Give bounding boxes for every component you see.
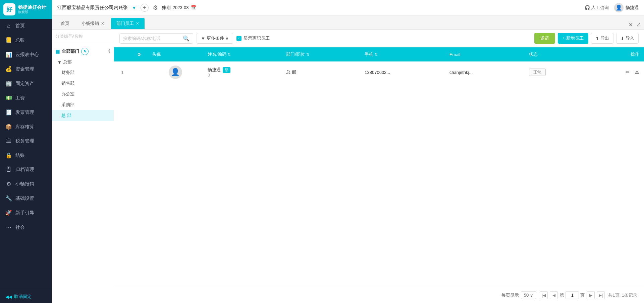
col-dept[interactable]: 部门/职位 ⇅ [281, 47, 360, 61]
edit-icon[interactable]: ✏ [626, 69, 630, 75]
unpin-label: 取消固定 [14, 294, 32, 300]
tab-expense-close-icon[interactable]: ✕ [101, 21, 104, 26]
page-last-button[interactable]: ▶| [597, 291, 605, 299]
dept-search-input[interactable] [55, 34, 112, 39]
search-icon[interactable]: 🔍 [183, 35, 190, 42]
ledger-icon: 📒 [5, 37, 12, 43]
col-settings[interactable]: ⚙ [131, 47, 148, 61]
page-number-input[interactable] [566, 291, 579, 299]
avatar: 👤 [169, 66, 182, 79]
col-action: 操作 [588, 47, 644, 61]
sidebar-item-invoice[interactable]: 🧾 发票管理 [0, 105, 52, 120]
collapse-dept-icon[interactable]: 《 [106, 48, 110, 54]
tab-employees-close-icon[interactable]: ✕ [136, 21, 139, 26]
page-size-chevron: ∨ [530, 293, 533, 298]
employee-name: 畅捷通 [208, 67, 221, 73]
sidebar-item-label: 基础设置 [15, 196, 34, 202]
sidebar-item-label: 发票管理 [15, 110, 34, 116]
dept-badge: 部 [223, 67, 230, 73]
more-filters-button[interactable]: ▼ 更多条件 ∨ [197, 33, 233, 44]
show-resigned-toggle[interactable]: ✓ 显示离职员工 [236, 35, 270, 41]
employee-panel: 🔍 ▼ 更多条件 ∨ ✓ 显示离职员工 邀请 + 新增员工 ⬆ 导出 [114, 30, 644, 303]
col-name[interactable]: 姓名/编码 ⇅ [203, 47, 281, 61]
invite-button[interactable]: 邀请 [534, 33, 555, 44]
cell-email: chanjethkj... [445, 61, 524, 83]
total-info: 共1页, 1条记录 [608, 292, 637, 298]
col-dept-label: 部门/职位 [286, 52, 305, 57]
sidebar-item-label: 工资 [15, 95, 25, 101]
expense-icon: ⚙ [5, 181, 12, 187]
sidebar-item-salary[interactable]: 💵 工资 [0, 91, 52, 105]
expand-icon: ▼ [57, 60, 62, 65]
cell-dept: 总 部 [281, 61, 360, 83]
tab-home-label: 首页 [61, 20, 69, 27]
pagination-bar: 每页显示 50 ∨ |◀ ◀ 第 页 ▶ ▶| [114, 287, 644, 303]
sidebar-item-inventory[interactable]: 📦 库存核算 [0, 120, 52, 134]
toolbar-right: 邀请 + 新增员工 ⬆ 导出 ⬇ 导入 [534, 33, 639, 44]
cell-avatar: 👤 [148, 61, 203, 83]
sidebar-item-archive[interactable]: 🗄 归档管理 [0, 163, 52, 177]
dept-panel: 🔍 ▦ 全部部门 ✎ 《 ▼ 总部 财务部 销售部 办公室 采购 [52, 30, 114, 303]
sidebar-item-ledger[interactable]: 📒 总账 [0, 33, 52, 47]
close-tab-button[interactable]: ✕ [629, 21, 633, 28]
sidebar-item-label: 结账 [15, 153, 25, 159]
page-size-value: 50 [524, 293, 529, 298]
sidebar-item-fixed-assets[interactable]: 🏢 固定资产 [0, 76, 52, 91]
unpin-sidebar[interactable]: ◀◀ 取消固定 [0, 290, 52, 303]
page-size-selector: 每页显示 50 ∨ [501, 291, 536, 299]
logo-sub: 旗舰版 [18, 10, 46, 14]
sidebar-item-reports[interactable]: 📊 云报表中心 [0, 47, 52, 62]
add-employee-button[interactable]: + 新增员工 [558, 33, 588, 44]
dept-item-sales[interactable]: 销售部 [52, 78, 114, 89]
tab-employees[interactable]: 部门员工 ✕ [111, 18, 145, 29]
settings-icon: 🔧 [5, 195, 12, 202]
dept-item-purchase[interactable]: 采购部 [52, 99, 114, 110]
expand-tab-button[interactable]: ⤢ [636, 21, 641, 28]
edit-dept-button[interactable]: ✎ [81, 48, 89, 55]
sidebar-item-more[interactable]: ⋯ 社会 [0, 220, 52, 234]
page-next-button[interactable]: ▶ [587, 291, 595, 299]
add-company-button[interactable]: + [141, 4, 149, 12]
export-button[interactable]: ⬆ 导出 [591, 33, 613, 44]
dept-item-finance[interactable]: 财务部 [52, 67, 114, 78]
sidebar-item-tax[interactable]: 🏛 税务管理 [0, 134, 52, 148]
dept-item-office[interactable]: 办公室 [52, 89, 114, 99]
inventory-icon: 📦 [5, 124, 12, 130]
all-dept-header[interactable]: ▦ 全部部门 ✎ 《 [52, 46, 114, 57]
resigned-checkbox[interactable]: ✓ [236, 36, 241, 41]
sidebar-item-label: 社会 [15, 224, 25, 230]
sidebar-item-label: 新手引导 [15, 210, 34, 216]
page-prefix-label: 第 [560, 292, 564, 298]
sidebar-item-home[interactable]: ⌂ 首页 [0, 19, 52, 33]
sidebar-item-onboarding[interactable]: 🚀 新手引导 [0, 206, 52, 220]
sidebar-item-assets-finance[interactable]: 💰 资金管理 [0, 62, 52, 76]
home-icon: ⌂ [5, 23, 12, 29]
col-phone[interactable]: 手机 ⇅ [360, 47, 445, 61]
sidebar-item-expense[interactable]: ⚙ 小畅报销 [0, 177, 52, 191]
company-dropdown-icon[interactable]: ▼ [132, 5, 137, 10]
dept-tree: ▦ 全部部门 ✎ 《 ▼ 总部 财务部 销售部 办公室 采购部 总 部 [52, 43, 114, 303]
tab-expense[interactable]: 小畅报销 ✕ [76, 18, 110, 29]
name-sort-icon: ⇅ [228, 52, 231, 56]
col-seq [114, 47, 131, 61]
settings-gear-icon[interactable]: ⚙ [153, 4, 158, 11]
export-label: 导出 [600, 35, 609, 41]
page-input: 第 页 [560, 291, 585, 299]
sidebar-item-closing[interactable]: 🔒 结账 [0, 148, 52, 163]
dept-item-general[interactable]: 总 部 [52, 110, 114, 121]
sidebar-item-label: 库存核算 [15, 124, 34, 130]
support-button[interactable]: 🎧 人工咨询 [585, 5, 609, 11]
invoice-icon: 🧾 [5, 109, 12, 116]
period-text-label: 账期 [162, 5, 171, 11]
page-first-button[interactable]: |◀ [540, 291, 548, 299]
sidebar-item-basic-settings[interactable]: 🔧 基础设置 [0, 191, 52, 206]
page-prev-button[interactable]: ◀ [550, 291, 558, 299]
tab-home[interactable]: 首页 [55, 18, 75, 29]
sidebar-logo: 好 畅捷通好会计 旗舰版 [0, 0, 52, 19]
page-size-box[interactable]: 50 ∨ [521, 291, 536, 299]
logout-icon[interactable]: ⏏ [635, 69, 639, 75]
export-icon: ⬆ [595, 36, 599, 41]
import-button[interactable]: ⬇ 导入 [616, 33, 639, 44]
employee-search-input[interactable] [123, 36, 181, 41]
user-menu[interactable]: 👤 畅捷通 [614, 3, 639, 12]
